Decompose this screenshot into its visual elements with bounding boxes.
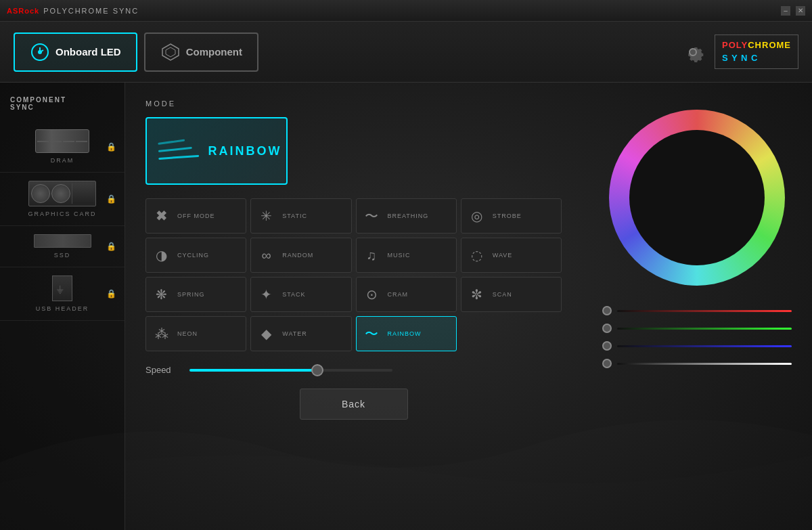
title-bar-brand: ASRock POLYCHROME SYNC	[7, 7, 139, 15]
rainbow-waves-icon	[152, 146, 199, 157]
cycling-icon: ◑	[152, 245, 172, 265]
mode-cycling[interactable]: ◑ CYCLING	[145, 238, 246, 273]
green-slider-knob[interactable]	[602, 324, 612, 333]
ssd-image	[34, 234, 91, 248]
water-label: WATER	[282, 330, 307, 337]
graphics-card-label: Graphics Card	[28, 211, 96, 217]
usb-symbol-icon: ⏚	[55, 281, 70, 296]
neon-label: NEON	[177, 330, 198, 337]
color-wheel[interactable]	[609, 110, 785, 286]
onboard-icon	[30, 42, 50, 62]
strobe-label: STROBE	[493, 213, 522, 219]
ssd-lock-icon: 🔒	[106, 242, 116, 251]
logo-sync: S Y N C	[722, 52, 758, 64]
off-mode-icon: ✖	[152, 206, 172, 226]
mode-rainbow[interactable]: 〜 RAINBOW	[356, 316, 457, 351]
static-icon: ✳	[256, 206, 277, 226]
sidebar-item-graphics-card[interactable]: Graphics Card 🔒	[0, 173, 125, 226]
wave-icon: ◌	[467, 245, 487, 265]
stack-label: STACK	[282, 291, 305, 298]
sidebar-item-usb-header[interactable]: ⏚ USB Header 🔒	[0, 267, 125, 321]
speed-slider-track[interactable]	[189, 369, 392, 372]
speed-slider-thumb[interactable]	[311, 364, 323, 376]
mode-section-label: MODE	[145, 100, 562, 108]
back-button[interactable]: Back	[300, 389, 408, 420]
settings-icon[interactable]	[681, 40, 705, 64]
sidebar-item-ssd[interactable]: SSD 🔒	[0, 226, 125, 267]
logo-line1: POLYCHROME	[722, 39, 791, 51]
cram-icon: ⊙	[362, 284, 382, 305]
sidebar-item-dram[interactable]: DRAM 🔒	[0, 121, 125, 173]
mode-water[interactable]: ◆ WATER	[250, 316, 351, 351]
mode-spring[interactable]: ❋ SPRING	[145, 277, 246, 312]
mode-stack[interactable]: ✦ STACK	[250, 277, 351, 312]
mode-random[interactable]: ∞ RANDOM	[250, 238, 351, 273]
blue-slider-row[interactable]	[602, 341, 792, 351]
tab-component[interactable]: Component	[144, 32, 258, 72]
mode-static[interactable]: ✳ STATIC	[250, 198, 351, 234]
component-label: Component	[186, 46, 242, 58]
wave-2	[158, 146, 191, 152]
stack-icon: ✦	[256, 284, 277, 305]
mode-cram[interactable]: ⊙ CRAM	[356, 277, 457, 312]
mode-wave[interactable]: ◌ WAVE	[461, 238, 562, 273]
gpu-fan-2	[51, 184, 70, 203]
content-area: COMPONENT SYNC DRAM 🔒	[0, 83, 812, 530]
app-title: POLYCHROME SYNC	[43, 7, 139, 15]
dram-stick-2	[50, 141, 62, 142]
rainbow-mode-icon: 〜	[362, 324, 382, 344]
speed-section: Speed	[145, 365, 562, 375]
right-panel	[582, 83, 812, 530]
blue-slider-knob[interactable]	[602, 341, 612, 351]
main-panel: MODE RAINBOW ✖ OFF MODE ✳ STATIC	[125, 83, 582, 530]
wave-3	[158, 154, 199, 159]
red-slider-row[interactable]	[602, 306, 792, 315]
breathing-icon: 〜	[362, 206, 382, 226]
color-wheel-container[interactable]	[609, 110, 785, 286]
brand-logo: ASRock	[7, 7, 39, 15]
usb-image: ⏚	[52, 275, 72, 301]
blue-slider-track[interactable]	[617, 345, 792, 347]
top-nav: Onboard LED Component POLYCHROME	[0, 22, 812, 83]
mode-neon[interactable]: ⁂ NEON	[145, 316, 246, 351]
random-label: RANDOM	[282, 252, 313, 259]
featured-rainbow-card[interactable]: RAINBOW	[145, 117, 288, 185]
green-slider-row[interactable]	[602, 324, 792, 333]
white-slider-track[interactable]	[617, 363, 792, 365]
gpu-image	[28, 181, 96, 206]
music-label: MUSIC	[388, 252, 411, 259]
red-slider-knob[interactable]	[602, 306, 612, 315]
neon-icon: ⁂	[152, 324, 172, 344]
onboard-led-label: Onboard LED	[55, 46, 121, 58]
mode-grid: ✖ OFF MODE ✳ STATIC 〜 BREATHING ◎ STROBE…	[145, 198, 562, 351]
white-slider-knob[interactable]	[602, 359, 612, 368]
featured-rainbow-label: RAINBOW	[208, 144, 282, 158]
speed-slider-container[interactable]	[189, 369, 392, 372]
minimize-button[interactable]: –	[781, 6, 790, 16]
gpu-fan-1	[31, 184, 50, 203]
off-mode-label: OFF MODE	[177, 213, 215, 219]
mode-scan[interactable]: ✼ SCAN	[461, 277, 562, 312]
green-slider-track[interactable]	[617, 328, 792, 330]
dram-stick-3	[63, 141, 74, 142]
nav-right: POLYCHROME S Y N C	[681, 35, 798, 68]
mode-off[interactable]: ✖ OFF MODE	[145, 198, 246, 234]
svg-marker-2	[162, 44, 179, 60]
random-icon: ∞	[256, 245, 277, 265]
polychrome-logo: POLYCHROME S Y N C	[715, 35, 798, 68]
mode-strobe[interactable]: ◎ STROBE	[461, 198, 562, 234]
cram-label: CRAM	[388, 291, 409, 298]
close-button[interactable]: ✕	[796, 6, 805, 16]
sidebar: COMPONENT SYNC DRAM 🔒	[0, 83, 125, 530]
app-container: Onboard LED Component POLYCHROME	[0, 22, 812, 530]
svg-point-1	[38, 50, 42, 54]
color-wheel-inner	[629, 130, 765, 265]
tab-onboard-led[interactable]: Onboard LED	[14, 32, 137, 72]
dram-label: DRAM	[51, 157, 74, 164]
mode-breathing[interactable]: 〜 BREATHING	[356, 198, 457, 234]
mode-music[interactable]: ♫ MUSIC	[356, 238, 457, 273]
dram-stick-4	[76, 141, 87, 142]
white-slider-row[interactable]	[602, 359, 792, 368]
breathing-label: BREATHING	[388, 213, 429, 219]
red-slider-track[interactable]	[617, 310, 792, 312]
